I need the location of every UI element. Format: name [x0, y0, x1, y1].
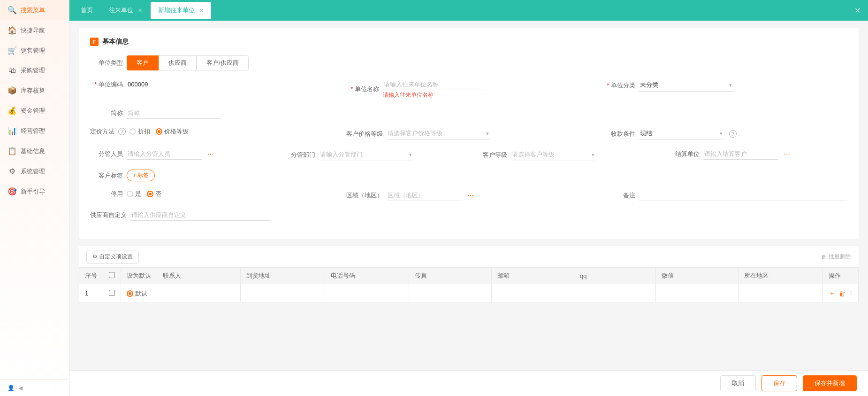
pricing-help-icon[interactable]: ? — [118, 128, 126, 135]
manager-field: 分管人员 ··· — [90, 148, 271, 160]
col-area: 所在地区 — [739, 268, 823, 284]
guide-icon: 🎯 — [8, 187, 17, 196]
row-checkbox[interactable] — [103, 284, 121, 303]
short-name-label: 简称 — [90, 109, 123, 117]
sidebar-item-basic-info[interactable]: 📋 基础信息 — [0, 141, 69, 161]
purchase-icon: 🛍 — [8, 66, 17, 75]
customer-level-placeholder: 请选择客户等级 — [512, 150, 555, 159]
supplier-custom-row: 供应商自定义 — [90, 210, 847, 221]
sidebar-item-finance[interactable]: 💰 资金管理 — [0, 101, 69, 121]
short-name-field: 简称 — [90, 108, 847, 119]
pricing-radio-group: 折扣 价格等级 — [129, 127, 189, 136]
region-input[interactable] — [387, 190, 462, 201]
disable-yes-radio — [127, 191, 133, 197]
col-checkbox[interactable] — [103, 268, 121, 284]
settlement-unit-input[interactable] — [703, 148, 778, 160]
disable-no-option[interactable]: 否 — [147, 190, 161, 198]
short-name-row: 简称 — [90, 108, 847, 119]
department-select[interactable]: 请输入分管部门 ▾ — [319, 148, 413, 161]
batch-delete-btn[interactable]: 🗑 批量删除 — [821, 253, 851, 261]
tab-home[interactable]: 首页 — [73, 2, 100, 19]
manager-dots-btn[interactable]: ··· — [206, 150, 215, 158]
short-name-input[interactable] — [127, 108, 221, 119]
settlement-dots-btn[interactable]: ··· — [782, 150, 792, 158]
unit-name-with-error: 请输入往来单位名称 — [383, 79, 591, 99]
supplier-custom-input[interactable] — [130, 210, 271, 221]
chevron-down-icon3: ▾ — [720, 131, 723, 137]
fax-input[interactable] — [415, 288, 486, 299]
custom-settings-btn[interactable]: ⚙ 自定义项设置 — [86, 250, 139, 264]
tab-bar-close-btn[interactable]: ✕ — [851, 4, 864, 17]
row-phone[interactable] — [325, 284, 409, 303]
sidebar-item-guide[interactable]: 🎯 新手引导 — [0, 181, 69, 202]
row-fax[interactable] — [409, 284, 492, 303]
sidebar-item-quick-nav[interactable]: 🏠 快捷导航 — [0, 20, 69, 40]
unit-type-supplier-btn[interactable]: 供应商 — [159, 55, 197, 70]
sidebar-item-purchase[interactable]: 🛍 采购管理 — [0, 61, 69, 80]
row-wechat[interactable] — [656, 284, 739, 303]
phone-input[interactable] — [331, 288, 404, 299]
row-delivery[interactable] — [240, 284, 325, 303]
row-qq[interactable] — [574, 284, 656, 303]
tab-partners[interactable]: 往来单位 ✕ — [101, 2, 150, 19]
row-email[interactable] — [492, 284, 574, 303]
chevron-down-icon: ▾ — [729, 82, 732, 88]
row-area[interactable] — [739, 284, 823, 303]
col-phone: 电话号码 — [325, 268, 409, 284]
disable-row: 停用 是 否 区域（地区） ··· — [90, 190, 847, 201]
unit-code-label: 单位编码 — [90, 80, 123, 89]
sidebar-item-inventory[interactable]: 📦 库存核算 — [0, 80, 69, 101]
unit-type-both-btn[interactable]: 客户/供应商 — [197, 55, 249, 70]
payment-terms-help-icon[interactable]: ? — [729, 130, 737, 138]
row-delete-btn[interactable]: 🗑 — [839, 290, 845, 297]
add-tag-btn[interactable]: + 标签 — [127, 170, 155, 181]
unit-name-label: 单位名称 — [346, 85, 379, 93]
payment-terms-select[interactable]: 现结 ▾ — [639, 127, 723, 140]
select-all-checkbox[interactable] — [109, 272, 115, 278]
row-add-btn[interactable]: ＋ — [829, 289, 835, 298]
contact-input[interactable] — [163, 288, 235, 299]
tab-partners-close[interactable]: ✕ — [138, 8, 142, 14]
price-level-radio — [156, 128, 162, 135]
row-contact[interactable] — [157, 284, 241, 303]
disable-yes-option[interactable]: 是 — [127, 190, 141, 198]
row-drag-handle[interactable]: ⠿ — [849, 291, 853, 296]
wechat-input[interactable] — [662, 288, 732, 299]
sidebar-item-system[interactable]: ⚙ 系统管理 — [0, 161, 69, 181]
customer-level-select[interactable]: 请选择客户等级 ▾ — [511, 148, 595, 161]
sidebar-item-operations[interactable]: 📊 经营管理 — [0, 121, 69, 141]
region-dots-btn[interactable]: ··· — [465, 191, 475, 200]
tab-new-partner-close[interactable]: ✕ — [199, 8, 204, 14]
pricing-level-option[interactable]: 价格等级 — [156, 127, 189, 136]
department-placeholder: 请输入分管部门 — [320, 150, 363, 159]
cancel-button[interactable]: 取消 — [720, 375, 756, 391]
unit-category-label: 单位分类 — [602, 81, 635, 90]
area-input[interactable] — [744, 288, 817, 299]
unit-info-row: 单位编码 单位名称 请输入往来单位名称 单位分类 未分类 — [90, 79, 847, 99]
manager-input[interactable] — [127, 148, 202, 160]
disable-no-radio — [147, 191, 153, 197]
unit-category-value: 未分类 — [640, 81, 658, 89]
unit-name-input[interactable] — [383, 79, 486, 90]
remarks-input[interactable] — [639, 190, 847, 201]
save-button[interactable]: 保存 — [761, 375, 797, 391]
row-default-radio[interactable]: 默认 — [127, 289, 151, 298]
unit-category-select[interactable]: 未分类 ▾ — [639, 79, 733, 92]
sidebar-item-sales[interactable]: 🛒 销售管理 — [0, 40, 69, 61]
pricing-discount-option[interactable]: 折扣 — [129, 127, 150, 136]
customer-price-level-placeholder: 请选择客户价格等级 — [388, 129, 442, 138]
tab-new-partner[interactable]: 新增往来单位 ✕ — [151, 2, 211, 19]
delivery-input[interactable] — [246, 288, 319, 299]
region-field: 区域（地区） ··· — [346, 190, 591, 201]
email-input[interactable] — [497, 288, 568, 299]
qq-input[interactable] — [580, 288, 650, 299]
save-add-button[interactable]: 保存并新增 — [803, 375, 857, 391]
department-label: 分管部门 — [282, 151, 315, 159]
unit-code-input[interactable] — [127, 79, 221, 90]
customer-price-level-select[interactable]: 请选择客户价格等级 ▾ — [387, 127, 490, 140]
footer: 取消 保存 保存并新增 — [69, 370, 868, 396]
unit-type-customer-btn[interactable]: 客户 — [127, 55, 159, 70]
col-wechat: 微信 — [656, 268, 739, 284]
sidebar-item-search[interactable]: 🔍 搜索菜单 — [0, 0, 69, 20]
row-checkbox-input[interactable] — [109, 290, 115, 296]
